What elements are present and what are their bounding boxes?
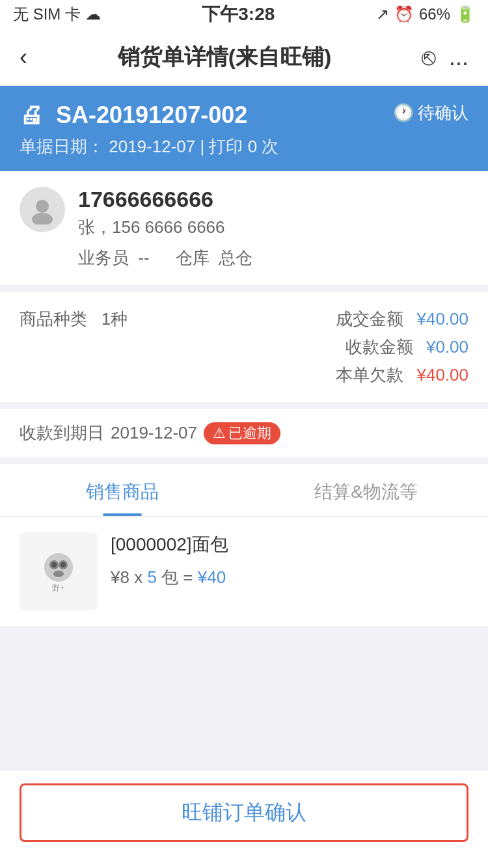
overdue-text: 已逾期 [228, 424, 271, 443]
status-bar: 无 SIM 卡 ☁ 下午3:28 ↗ ⏰ 66% 🔋 [0, 0, 488, 29]
svg-point-1 [32, 213, 53, 224]
order-icon: 🖨 [20, 102, 43, 128]
svg-point-2 [44, 553, 73, 582]
customer-info: 17666666666 张，156 6666 6666 业务员 -- 仓库 总仓 [78, 187, 468, 269]
customer-section: 17666666666 张，156 6666 6666 业务员 -- 仓库 总仓 [0, 171, 488, 286]
nav-bar: ‹ 销货单详情(来自旺铺) ⎋ ... [0, 29, 488, 86]
overdue-badge: ⚠ 已逾期 [204, 422, 280, 444]
due-date-label: 收款到期日 [20, 422, 104, 444]
product-info: [0000002]面包 ¥8 x 5 包 = ¥40 [111, 532, 468, 610]
product-type-item: 商品种类 1种 [20, 308, 128, 331]
product-price: ¥8 x 5 包 = ¥40 [111, 566, 468, 589]
clock-icon: 🕐 [393, 103, 414, 123]
product-thumbnail: 野+ [20, 532, 98, 610]
battery-level: 66% [419, 5, 450, 23]
customer-meta: 业务员 -- 仓库 总仓 [78, 247, 468, 269]
product-name: [0000002]面包 [111, 532, 468, 557]
summary-section: 商品种类 1种 成交金额 ¥40.00 收款金额 ¥0.00 本单欠款 ¥40.… [0, 286, 488, 402]
received-amount: ¥0.00 [426, 337, 468, 357]
location-icon: ↗ [376, 5, 389, 23]
bottom-bar: 旺铺订单确认 [0, 770, 488, 868]
svg-point-0 [36, 200, 49, 213]
product-quantity: 5 [147, 567, 156, 587]
battery-icon: 🔋 [455, 5, 475, 23]
nav-actions: ⎋ ... [390, 44, 468, 71]
tab-products[interactable]: 销售商品 [0, 464, 244, 516]
status-right: ↗ ⏰ 66% 🔋 [376, 5, 475, 23]
sim-status: 无 SIM 卡 ☁ [13, 4, 101, 25]
transaction-amount: ¥40.00 [416, 309, 468, 329]
more-icon[interactable]: ... [449, 44, 468, 71]
svg-point-7 [53, 571, 64, 577]
product-total: ¥40 [198, 567, 226, 587]
share-icon[interactable]: ⎋ [422, 44, 436, 71]
summary-left: 商品种类 1种 [20, 308, 128, 331]
due-label: 本单欠款 [336, 364, 403, 387]
customer-phone: 17666666666 [78, 187, 468, 212]
received-row: 收款金额 ¥0.00 [346, 336, 468, 359]
status-left: 无 SIM 卡 ☁ [13, 4, 101, 25]
due-amount: ¥40.00 [416, 365, 468, 385]
salesperson-label: 业务员 -- [78, 247, 150, 269]
avatar [20, 187, 65, 232]
order-date: 单据日期： 2019-12-07 | 打印 0 次 [20, 135, 278, 158]
order-id: 🖨 SA-20191207-002 [20, 102, 278, 129]
order-header: 🖨 SA-20191207-002 单据日期： 2019-12-07 | 打印 … [0, 86, 488, 171]
overdue-icon: ⚠ [213, 425, 226, 442]
bottom-spacer [0, 626, 488, 756]
tabs-container: 销售商品 结算&物流等 [0, 464, 488, 517]
product-section: 野+ [0000002]面包 ¥8 x 5 包 = ¥40 [0, 517, 488, 626]
warehouse-label: 仓库 总仓 [176, 247, 252, 269]
svg-text:野+: 野+ [52, 584, 64, 593]
svg-point-6 [61, 562, 66, 567]
status-time: 下午3:28 [202, 2, 275, 27]
order-status: 🕐 待确认 [393, 102, 468, 124]
transaction-row: 成交金额 ¥40.00 [336, 308, 468, 331]
transaction-label: 成交金额 [336, 308, 403, 331]
due-date-value: 2019-12-07 [111, 423, 197, 443]
page-title: 销货单详情(来自旺铺) [59, 42, 390, 72]
tab-settlement[interactable]: 结算&物流等 [244, 464, 488, 516]
customer-name: 张，156 6666 6666 [78, 216, 468, 239]
back-button[interactable]: ‹ [20, 44, 59, 71]
due-row: 本单欠款 ¥40.00 [336, 364, 468, 387]
due-date-section: 收款到期日 2019-12-07 ⚠ 已逾期 [0, 402, 488, 457]
received-label: 收款金额 [346, 336, 413, 359]
confirm-button[interactable]: 旺铺订单确认 [20, 783, 468, 842]
alarm-icon: ⏰ [394, 5, 414, 23]
svg-point-5 [51, 562, 57, 567]
summary-right: 成交金额 ¥40.00 收款金额 ¥0.00 本单欠款 ¥40.00 [336, 308, 468, 387]
